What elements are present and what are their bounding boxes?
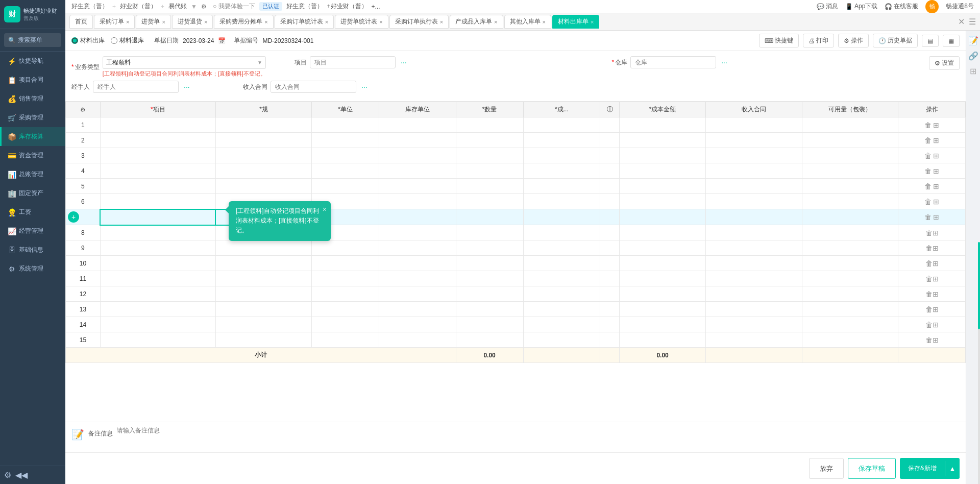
row-qty-7[interactable] bbox=[456, 209, 523, 225]
row-spec-4[interactable] bbox=[215, 163, 311, 179]
tab-close-finished-goods[interactable]: × bbox=[494, 19, 497, 25]
row-spec-1[interactable] bbox=[215, 117, 311, 133]
delete-row-14[interactable]: 🗑 bbox=[925, 321, 933, 329]
tooltip-close-button[interactable]: × bbox=[323, 204, 327, 215]
shortcut-button[interactable]: ⌨ 快捷键 bbox=[759, 34, 799, 47]
tab-bar-menu-icon[interactable]: ☰ bbox=[969, 17, 976, 27]
row-item-8[interactable] bbox=[100, 225, 215, 240]
sidebar-item-basic-info[interactable]: 🗄 基础信息 bbox=[0, 240, 65, 259]
row-qty-4[interactable] bbox=[456, 163, 523, 179]
row-income-6[interactable] bbox=[706, 194, 802, 209]
settings-icon[interactable]: ⚙ bbox=[201, 3, 207, 10]
row-qty-6[interactable] bbox=[456, 194, 523, 209]
right-panel-grid-icon[interactable]: ⊞ bbox=[968, 65, 979, 77]
sidebar-item-ledger[interactable]: 📊 总账管理 bbox=[0, 165, 65, 184]
row-income-5[interactable] bbox=[706, 179, 802, 194]
announce-item-4[interactable]: 好生意（普） bbox=[286, 2, 323, 11]
online-service-button[interactable]: 🎧 在线客服 bbox=[885, 2, 918, 11]
row-cost-8[interactable] bbox=[523, 225, 600, 240]
experience-label[interactable]: ○ 我要体验一下 bbox=[213, 2, 255, 11]
discard-button[interactable]: 放弃 bbox=[809, 458, 844, 479]
list-view-button[interactable]: ▤ bbox=[922, 35, 939, 47]
save-new-dropdown-arrow[interactable]: ▲ bbox=[945, 462, 960, 475]
announce-item-6[interactable]: +... bbox=[372, 3, 380, 10]
row-item-4[interactable] bbox=[100, 163, 215, 179]
income-contract-dots-icon[interactable]: ··· bbox=[361, 83, 368, 91]
sidebar-item-project[interactable]: 📋 项目合同 bbox=[0, 70, 65, 89]
search-menu-button[interactable]: 🔍 搜索菜单 bbox=[4, 33, 61, 47]
row-item-3[interactable] bbox=[100, 148, 215, 163]
add-row-button[interactable]: + bbox=[68, 211, 79, 223]
tab-close-purchase-order[interactable]: × bbox=[126, 19, 129, 25]
tab-home[interactable]: 首页 bbox=[69, 15, 93, 29]
copy-row-3[interactable]: ⊞ bbox=[933, 152, 939, 160]
sidebar-item-operations[interactable]: 📈 经营管理 bbox=[0, 222, 65, 240]
copy-row-11[interactable]: ⊞ bbox=[933, 275, 939, 283]
announce-item-1[interactable]: 好生意（普） bbox=[71, 2, 108, 11]
project-input[interactable] bbox=[310, 56, 396, 68]
row-cost-2[interactable] bbox=[523, 133, 600, 148]
delete-row-12[interactable]: 🗑 bbox=[925, 290, 933, 298]
copy-row-5[interactable]: ⊞ bbox=[933, 182, 939, 190]
delete-row-2[interactable]: 🗑 bbox=[924, 136, 932, 144]
copy-row-8[interactable]: ⊞ bbox=[933, 229, 939, 237]
remarks-input[interactable] bbox=[117, 426, 960, 447]
row-unit-5[interactable] bbox=[312, 179, 379, 194]
announce-more-icon[interactable]: ▼ bbox=[191, 3, 197, 10]
copy-row-12[interactable]: ⊞ bbox=[933, 290, 939, 298]
copy-row-13[interactable]: ⊞ bbox=[933, 305, 939, 313]
tab-close-material-outbound[interactable]: × bbox=[591, 19, 594, 25]
row-ic-8[interactable] bbox=[706, 225, 802, 240]
delete-row-1[interactable]: 🗑 bbox=[924, 121, 932, 129]
delete-row-10[interactable]: 🗑 bbox=[925, 259, 933, 268]
settings-button[interactable]: ⚙ 设置 bbox=[929, 56, 960, 70]
sidebar-item-inventory[interactable]: 📦 库存核算 bbox=[0, 127, 65, 146]
tab-close-purchase-expense[interactable]: × bbox=[264, 19, 267, 25]
copy-row-2[interactable]: ⊞ bbox=[933, 136, 939, 144]
tab-close-inbound[interactable]: × bbox=[162, 19, 165, 25]
row-unit-1[interactable] bbox=[312, 117, 379, 133]
delete-row-5[interactable]: 🗑 bbox=[924, 182, 932, 190]
username-label[interactable]: 畅捷通8号 bbox=[946, 2, 974, 11]
tab-purchase-order[interactable]: 采购订单× bbox=[94, 15, 135, 29]
sidebar-item-finance[interactable]: 💳 资金管理 bbox=[0, 146, 65, 165]
copy-row-6[interactable]: ⊞ bbox=[933, 198, 939, 206]
row-cost-amount-5[interactable] bbox=[619, 179, 706, 194]
settings-bottom-icon[interactable]: ⚙ bbox=[4, 470, 11, 480]
tab-purchase-stats[interactable]: 采购订单统计表× bbox=[275, 15, 334, 29]
row-unit-3[interactable] bbox=[312, 148, 379, 163]
row-income-7[interactable] bbox=[706, 209, 802, 225]
sidebar-item-fixed-assets[interactable]: 🏢 固定资产 bbox=[0, 184, 65, 203]
tab-finished-goods[interactable]: 产成品入库单× bbox=[450, 15, 503, 29]
row-unit-4[interactable] bbox=[312, 163, 379, 179]
tab-close-purchase-exec[interactable]: × bbox=[440, 19, 443, 25]
tab-other-inbound[interactable]: 其他入库单× bbox=[504, 15, 551, 29]
project-dots-icon[interactable]: ··· bbox=[401, 58, 407, 66]
right-panel-link-icon[interactable]: 🔗 bbox=[968, 50, 979, 61]
collapse-icon[interactable]: ◀◀ bbox=[15, 470, 28, 480]
save-new-button[interactable]: 保存&新增 ▲ bbox=[900, 458, 960, 479]
handler-dots-icon[interactable]: ··· bbox=[184, 83, 190, 91]
operation-button[interactable]: ⚙ 操作 bbox=[838, 34, 869, 47]
copy-row-14[interactable]: ⊞ bbox=[933, 321, 939, 329]
tab-close-other-inbound[interactable]: × bbox=[543, 19, 546, 25]
tab-inbound[interactable]: 进货单× bbox=[136, 15, 170, 29]
row-qty-8[interactable] bbox=[456, 225, 523, 240]
row-income-2[interactable] bbox=[706, 133, 802, 148]
announce-item-5[interactable]: +好业财（普） bbox=[327, 2, 368, 11]
row-cost-7[interactable] bbox=[523, 209, 600, 225]
row-qty-1[interactable] bbox=[456, 117, 523, 133]
delete-row-11[interactable]: 🗑 bbox=[925, 275, 933, 283]
row-income-4[interactable] bbox=[706, 163, 802, 179]
tab-purchase-expense[interactable]: 采购费用分摊单× bbox=[214, 15, 273, 29]
row-ca-8[interactable] bbox=[619, 225, 706, 240]
radio-material-out[interactable]: 材料出库 bbox=[71, 36, 105, 45]
row-cost-amount-7[interactable] bbox=[619, 209, 706, 225]
delete-row-7[interactable]: 🗑 bbox=[924, 213, 932, 221]
radio-material-return[interactable]: 材料退库 bbox=[111, 36, 144, 45]
warehouse-dots-icon[interactable]: ··· bbox=[721, 58, 727, 66]
user-avatar[interactable]: 畅 bbox=[925, 0, 939, 13]
tab-bar-close-icon[interactable]: ✕ bbox=[958, 17, 965, 27]
row-income-1[interactable] bbox=[706, 117, 802, 133]
row-item-5[interactable] bbox=[100, 179, 215, 194]
